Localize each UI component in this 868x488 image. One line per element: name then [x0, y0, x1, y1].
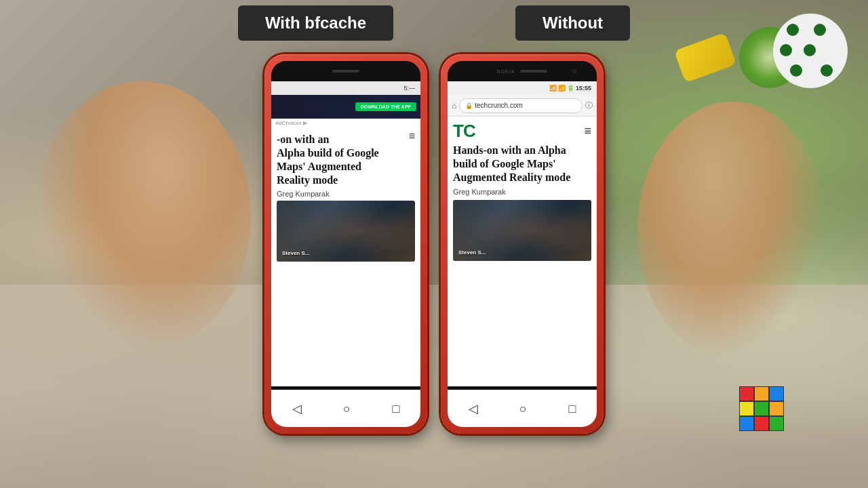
- left-nav-bar: ◁ ○ □: [271, 390, 420, 427]
- left-status-bar: 5:—: [271, 81, 420, 95]
- left-hamburger-icon[interactable]: ≡: [409, 130, 415, 142]
- left-author: Greg Kumparak: [277, 190, 415, 198]
- tc-header: TC ≡: [453, 122, 591, 140]
- left-recents-btn[interactable]: □: [392, 402, 399, 416]
- right-home-btn[interactable]: ○: [519, 402, 527, 416]
- time-display: 15:55: [576, 85, 591, 92]
- right-hamburger-icon[interactable]: ≡: [584, 124, 591, 138]
- url-bar[interactable]: 🔒 techcrunch.com: [459, 98, 583, 113]
- right-phone-inner: NOKIA 📶 📶 🔋 15:55 ⌂: [448, 61, 597, 427]
- labels-container: With bfcache Without: [0, 0, 868, 41]
- right-back-btn[interactable]: ◁: [469, 401, 478, 416]
- status-icons: 📶 📶 🔋 15:55: [549, 85, 591, 92]
- right-browser-bar: ⌂ 🔒 techcrunch.com ⓘ: [448, 95, 597, 117]
- with-bfcache-label: With bfcache: [238, 5, 393, 41]
- right-speaker: [520, 70, 547, 73]
- left-home-btn[interactable]: ○: [343, 402, 351, 416]
- url-text: techcrunch.com: [475, 102, 523, 109]
- camera: [572, 69, 576, 73]
- left-back-btn[interactable]: ◁: [292, 401, 302, 416]
- without-label: Without: [515, 5, 630, 41]
- right-author: Greg Kumparak: [453, 188, 591, 196]
- ad-banner: DOWNLOAD THE APP: [271, 95, 420, 119]
- right-nav-bar: ◁ ○ □: [448, 390, 597, 427]
- left-phone: 5:— DOWNLOAD THE APP AdChoices ▶ ≡ -on w…: [264, 54, 427, 434]
- lock-icon: 🔒: [465, 102, 473, 109]
- rubiks-cube: [739, 386, 787, 434]
- left-phone-top: [271, 61, 420, 81]
- left-phone-screen: 5:— DOWNLOAD THE APP AdChoices ▶ ≡ -on w…: [271, 81, 420, 386]
- tc-logo: TC: [453, 122, 475, 140]
- right-image-caption: Steven S...: [458, 249, 486, 256]
- left-article-title-partial: -on with anAlpha build of GoogleMaps' Au…: [277, 133, 415, 187]
- right-content: TC ≡ Hands-on with an Alpha build of Goo…: [448, 117, 597, 266]
- right-phone-top: NOKIA: [448, 61, 597, 81]
- right-recents-btn[interactable]: □: [568, 402, 576, 416]
- left-article-image: Steven S...: [277, 201, 415, 262]
- right-article-title: Hands-on with an Alpha build of Google M…: [453, 144, 591, 184]
- speaker: [332, 70, 359, 73]
- browser-home-icon[interactable]: ⌂: [452, 101, 456, 110]
- ad-choices: AdChoices ▶: [271, 119, 420, 127]
- right-phone-screen: 📶 📶 🔋 15:55 ⌂ 🔒 techcrunch.com ⓘ: [448, 81, 597, 386]
- phones-container: 5:— DOWNLOAD THE APP AdChoices ▶ ≡ -on w…: [264, 54, 604, 434]
- info-icon[interactable]: ⓘ: [585, 100, 593, 110]
- right-phone: NOKIA 📶 📶 🔋 15:55 ⌂: [441, 54, 604, 434]
- brand-text: NOKIA: [497, 69, 515, 74]
- left-content: ≡ -on with anAlpha build of GoogleMaps' …: [271, 127, 420, 264]
- download-btn[interactable]: DOWNLOAD THE APP: [355, 102, 416, 111]
- left-phone-inner: 5:— DOWNLOAD THE APP AdChoices ▶ ≡ -on w…: [271, 61, 420, 427]
- image-caption: Steven S...: [282, 250, 309, 256]
- right-status-bar: 📶 📶 🔋 15:55: [448, 81, 597, 95]
- right-article-image: Steven S...: [453, 200, 591, 261]
